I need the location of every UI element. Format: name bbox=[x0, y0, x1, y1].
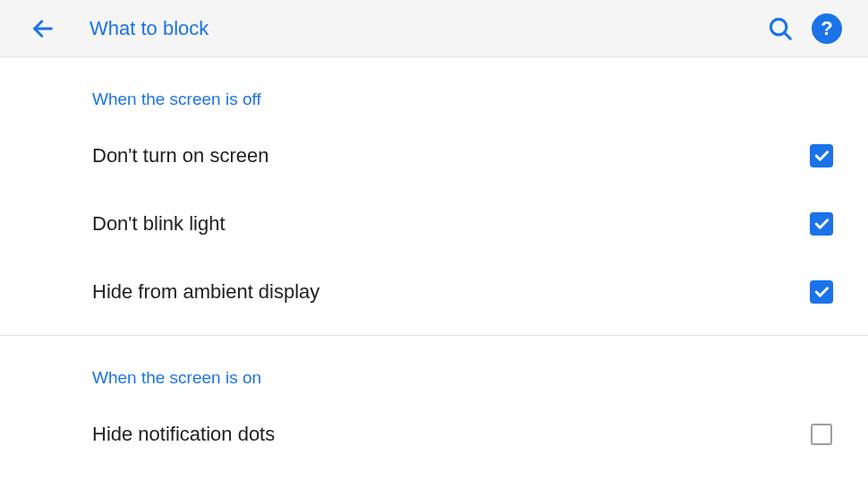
search-icon bbox=[767, 15, 794, 42]
setting-label: Don't blink light bbox=[92, 212, 809, 236]
checkbox-hide-ambient-display[interactable] bbox=[809, 279, 834, 305]
checkbox-checked-icon bbox=[810, 212, 833, 236]
app-bar: What to block ? bbox=[0, 0, 868, 57]
arrow-back-icon bbox=[30, 16, 55, 41]
back-button[interactable] bbox=[25, 11, 61, 47]
section-header-screen-on: When the screen is on bbox=[0, 336, 868, 400]
checkbox-checked-icon bbox=[810, 144, 833, 167]
setting-label: Don't turn on screen bbox=[92, 144, 809, 167]
checkbox-checked-icon bbox=[810, 280, 833, 304]
checkbox-unchecked-icon bbox=[811, 424, 832, 445]
setting-dont-blink-light[interactable]: Don't blink light bbox=[0, 190, 868, 258]
content-area: When the screen is off Don't turn on scr… bbox=[0, 57, 868, 468]
setting-label: Hide from ambient display bbox=[92, 280, 809, 304]
section-header-screen-off: When the screen is off bbox=[0, 57, 868, 122]
help-button[interactable]: ? bbox=[807, 9, 847, 48]
checkbox-dont-turn-on-screen[interactable] bbox=[809, 143, 834, 168]
setting-dont-turn-on-screen[interactable]: Don't turn on screen bbox=[0, 122, 868, 190]
svg-line-2 bbox=[784, 32, 790, 39]
setting-hide-notification-dots[interactable]: Hide notification dots bbox=[0, 400, 868, 468]
setting-hide-ambient-display[interactable]: Hide from ambient display bbox=[0, 258, 868, 326]
checkbox-hide-notification-dots[interactable] bbox=[809, 422, 834, 447]
checkbox-dont-blink-light[interactable] bbox=[809, 211, 834, 236]
help-icon: ? bbox=[812, 13, 842, 44]
search-button[interactable] bbox=[761, 9, 800, 48]
setting-label: Hide notification dots bbox=[92, 423, 809, 446]
page-title: What to block bbox=[89, 17, 753, 40]
